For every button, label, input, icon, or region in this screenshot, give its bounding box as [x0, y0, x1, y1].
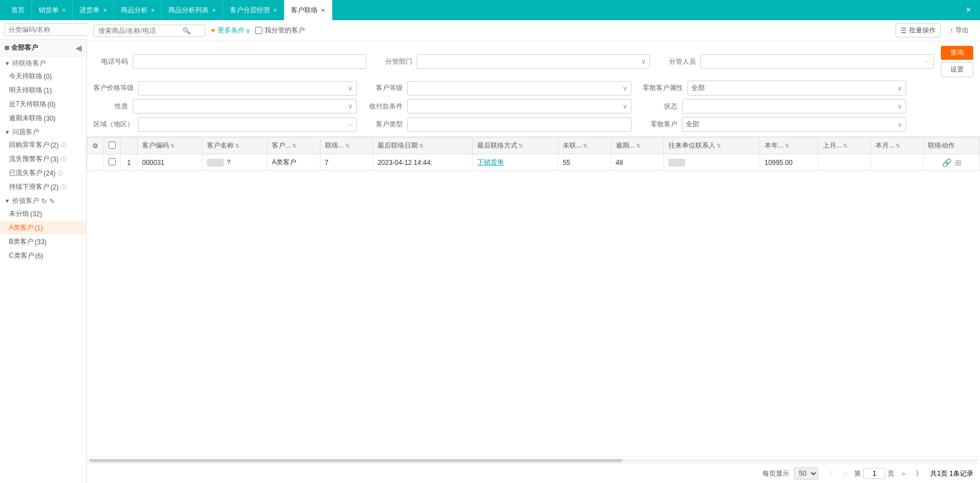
my-customers-label: 我分管的客户: [265, 26, 305, 35]
query-button[interactable]: 查询: [941, 46, 973, 60]
item-label: B类客户: [9, 237, 34, 247]
sort-icon: ⇅: [785, 143, 789, 149]
sidebar-item-churned[interactable]: 已流失客户 (24) ⓘ: [0, 166, 86, 180]
edit-icon[interactable]: ✎: [49, 197, 55, 205]
settings-button[interactable]: 设置: [941, 62, 973, 77]
group-value-customers[interactable]: ▼ 价值客户 ↻ ✎: [0, 194, 86, 207]
more-conditions-button[interactable]: ▼ 更多条件 ∨: [210, 26, 251, 35]
sidebar-item-overdue[interactable]: 逾期未联络 (30): [0, 111, 86, 125]
payment-select[interactable]: ∨: [407, 99, 632, 113]
last-page-button[interactable]: 》: [912, 468, 926, 480]
item-label: 近7天待联络: [9, 100, 46, 109]
region-select[interactable]: ···: [138, 117, 357, 132]
col-contact[interactable]: 联络... ⇅: [320, 138, 373, 154]
export-button[interactable]: ↑ 导出: [945, 24, 973, 37]
filter-nature: 性质 ∨: [93, 99, 357, 113]
my-customers-checkbox[interactable]: [255, 27, 262, 34]
sidebar-item-class-c[interactable]: C类客户 (6): [0, 249, 86, 263]
batch-op-button[interactable]: ☰ 批量操作: [896, 23, 941, 37]
sidebar-item-tomorrow[interactable]: 明天待联络 (1): [0, 83, 86, 97]
arrow-icon: ▼: [4, 129, 10, 135]
phone-label: 电话号码: [93, 57, 133, 67]
row-checkbox[interactable]: [109, 158, 116, 165]
filter-search-icon[interactable]: 🔍: [182, 27, 191, 35]
close-icon[interactable]: ×: [62, 7, 65, 13]
col-this-month[interactable]: 本月... ⇅: [870, 138, 923, 154]
sidebar-search-input[interactable]: [4, 23, 96, 36]
filter-bar: 🔍 ▼ 更多条件 ∨ 我分管的客户 ☰ 批量操作 ↑ 导出: [87, 20, 980, 41]
col-settings[interactable]: ⚙: [87, 138, 104, 154]
sidebar-item-declining[interactable]: 持续下滑客户 (2) ⓘ: [0, 180, 86, 194]
nav-tab-1[interactable]: 进货单 ×: [73, 0, 114, 20]
item-count: (24): [44, 169, 55, 177]
close-icon[interactable]: ×: [274, 7, 277, 13]
item-label: A类客户: [9, 223, 34, 233]
col-contact-person[interactable]: 往来单位联系人 ⇅: [664, 138, 760, 154]
batch-op-label: 批量操作: [909, 26, 936, 35]
main-layout: 🔍 ⊞ 全部客户 ◀ ▼ 待联络客户 今天待联络 (0) 明天待联络 (1) 近…: [0, 20, 980, 483]
row-last-contact-method[interactable]: 下销货单: [473, 154, 558, 171]
col-this-year[interactable]: 本年... ⇅: [760, 138, 818, 154]
link-icon[interactable]: 🔗: [942, 158, 951, 167]
col-type[interactable]: 客户... ⇅: [267, 138, 320, 154]
sidebar-item-7days[interactable]: 近7天待联络 (0): [0, 97, 86, 111]
page-number-input[interactable]: [863, 468, 885, 479]
col-code[interactable]: 客户编码 ⇅: [138, 138, 202, 154]
nature-select[interactable]: ∨: [133, 99, 357, 113]
col-name[interactable]: 客户名称 ⇅: [202, 138, 267, 154]
row-code: 000031: [138, 154, 202, 171]
close-all-button[interactable]: ×: [962, 5, 976, 15]
phone-input[interactable]: [133, 54, 366, 69]
status-label: 状态: [643, 102, 682, 111]
sidebar-item-churn-warning[interactable]: 流失预警客户 (3) ⓘ: [0, 152, 86, 166]
customer-type-select[interactable]: [407, 117, 632, 132]
person-select[interactable]: ···: [700, 54, 934, 69]
nav-home[interactable]: 首页: [4, 0, 32, 20]
chevron-down-icon: ∨: [348, 102, 353, 110]
group-problem-customers[interactable]: ▼ 问题客户: [0, 125, 86, 138]
close-icon[interactable]: ×: [151, 7, 154, 13]
item-count: (2): [50, 141, 59, 149]
page-size-select[interactable]: 50: [794, 467, 818, 480]
top-nav: 首页 销货单 × 进货单 × 商品分析 × 商品分析列表 × 客户分层经营 × …: [0, 0, 980, 20]
nav-tab-5[interactable]: 客户联络 ×: [284, 0, 332, 20]
retail-customer-select[interactable]: 全部 ∨: [682, 117, 906, 132]
select-all-checkbox[interactable]: [109, 141, 116, 149]
dept-select[interactable]: ∨: [417, 54, 651, 69]
sidebar-item-today[interactable]: 今天待联络 (0): [0, 69, 86, 83]
sidebar-item-ungrouped[interactable]: 未分组 (32): [0, 207, 86, 221]
refresh-icon[interactable]: ↻: [41, 197, 47, 205]
filter-search-input[interactable]: [98, 27, 182, 35]
col-no-contact[interactable]: 未联... ⇅: [558, 138, 611, 154]
nav-tab-2[interactable]: 商品分析 ×: [114, 0, 162, 20]
col-overdue[interactable]: 逾期... ⇅: [611, 138, 663, 154]
filter-search-container: 🔍: [93, 25, 205, 37]
contact-person-placeholder: [668, 159, 685, 167]
group-pending-contact[interactable]: ▼ 待联络客户: [0, 56, 86, 69]
all-customers-header[interactable]: ⊞ 全部客户 ◀: [0, 40, 86, 56]
col-last-contact-method[interactable]: 最后联络方式 ⇅: [473, 138, 558, 154]
first-page-button[interactable]: 《: [823, 468, 836, 480]
horizontal-scrollbar[interactable]: [87, 457, 980, 463]
col-last-month[interactable]: 上月... ⇅: [818, 138, 870, 154]
next-page-button[interactable]: ＞: [897, 468, 910, 480]
sidebar-item-class-a[interactable]: A类客户 (1): [0, 221, 86, 235]
sidebar-item-class-b[interactable]: B类客户 (33): [0, 235, 86, 249]
filter-price-grade: 客户价格等级 ∨: [93, 81, 357, 96]
sidebar-item-repurchase-abnormal[interactable]: 回购异常客户 (2) ⓘ: [0, 138, 86, 152]
prev-page-button[interactable]: ＜: [838, 468, 852, 480]
qr-icon[interactable]: ⊞: [955, 158, 962, 167]
status-select[interactable]: ∨: [682, 99, 906, 113]
close-icon[interactable]: ×: [103, 7, 106, 13]
close-icon[interactable]: ×: [212, 7, 215, 13]
collapse-icon[interactable]: ◀: [76, 44, 82, 53]
retail-attr-select[interactable]: 全部 ∨: [687, 80, 906, 96]
close-icon[interactable]: ×: [321, 7, 324, 13]
nav-tab-0[interactable]: 销货单 ×: [32, 0, 73, 20]
price-grade-select[interactable]: ∨: [138, 81, 357, 96]
col-last-contact-date[interactable]: 最后联络日期 ⇅: [373, 138, 472, 154]
nav-tab-3[interactable]: 商品分析列表 ×: [162, 0, 223, 20]
scrollbar-thumb[interactable]: [89, 459, 622, 462]
nav-tab-4[interactable]: 客户分层经营 ×: [223, 0, 284, 20]
customer-grade-select[interactable]: ∨: [407, 81, 632, 96]
